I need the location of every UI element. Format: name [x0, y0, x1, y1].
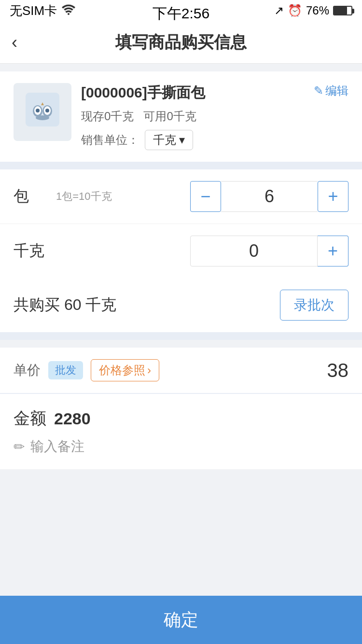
remark-text: 输入备注: [30, 437, 84, 456]
product-image: [14, 83, 71, 141]
page-title: 填写商品购买信息: [115, 31, 247, 54]
summary-text: 共购买 60 千克: [14, 294, 116, 316]
bao-hint: 1包=10千克: [56, 189, 190, 204]
price-label: 单价: [14, 361, 41, 379]
kg-row: 千克 +: [0, 224, 362, 278]
remark-row[interactable]: ✏ 输入备注: [0, 437, 362, 469]
status-carrier: 无SIM卡: [10, 2, 76, 19]
input-section: 包 1包=10千克 − + 千克 +: [0, 169, 362, 278]
price-value: 38: [327, 360, 349, 381]
price-ref-arrow: ›: [147, 364, 151, 377]
product-stock: 现存0千克 可用0千克: [81, 109, 348, 124]
product-info: [0000006]手撕面包 ✎ 编辑 现存0千克 可用0千克 销售单位： 千克 …: [81, 83, 348, 150]
wifi-icon: [61, 3, 76, 18]
unit-select[interactable]: 千克 ▾: [145, 130, 193, 150]
bao-minus-button[interactable]: −: [190, 181, 221, 212]
kg-plus-button[interactable]: +: [318, 236, 348, 266]
bao-label: 包: [14, 186, 52, 207]
divider-1: [0, 162, 362, 169]
summary-row: 共购买 60 千克 录批次: [0, 278, 362, 332]
svg-point-6: [36, 109, 40, 112]
price-type-badge: 批发: [48, 361, 83, 379]
product-unit-row: 销售单位： 千克 ▾: [81, 130, 348, 150]
batch-button[interactable]: 录批次: [280, 290, 348, 321]
bao-quantity-input[interactable]: [221, 181, 318, 212]
amount-value: 2280: [54, 409, 91, 428]
status-time: 下午2:56: [153, 4, 209, 24]
price-section: 单价 批发 价格参照 › 38: [0, 348, 362, 393]
edit-icon: ✎: [314, 84, 323, 98]
kg-quantity-input[interactable]: [190, 236, 318, 266]
product-logo-icon: [26, 93, 59, 132]
bao-plus-button[interactable]: +: [318, 181, 348, 212]
location-icon: ↗: [274, 4, 284, 17]
edit-button[interactable]: ✎ 编辑: [314, 83, 348, 98]
divider-2: [0, 332, 362, 340]
alarm-icon: ⏰: [288, 4, 302, 17]
product-name: [0000006]手撕面包: [81, 83, 314, 103]
nav-bar: ‹ 填写商品购买信息: [0, 21, 362, 64]
bao-row: 包 1包=10千克 − +: [0, 169, 362, 224]
price-ref-button[interactable]: 价格参照 ›: [91, 359, 159, 381]
status-bar: 无SIM卡 下午2:56 ↗ ⏰ 76%: [0, 0, 362, 21]
svg-rect-1: [26, 93, 59, 126]
battery-icon: [333, 6, 352, 15]
svg-point-7: [45, 109, 49, 112]
chevron-down-icon: ▾: [179, 133, 185, 147]
kg-label: 千克: [14, 240, 190, 262]
pencil-icon: ✏: [14, 439, 25, 455]
product-section: [0000006]手撕面包 ✎ 编辑 现存0千克 可用0千克 销售单位： 千克 …: [0, 71, 362, 162]
carrier-text: 无SIM卡: [10, 2, 57, 19]
bao-quantity-control: − +: [190, 181, 348, 212]
amount-label: 金额: [14, 407, 46, 430]
svg-point-0: [68, 13, 70, 15]
svg-point-8: [36, 115, 49, 120]
status-right: ↗ ⏰ 76%: [274, 4, 352, 17]
back-button[interactable]: ‹: [12, 32, 17, 53]
battery-text: 76%: [306, 4, 329, 17]
amount-row: 金额 2280: [0, 394, 362, 437]
confirm-button[interactable]: 确定: [0, 596, 362, 644]
